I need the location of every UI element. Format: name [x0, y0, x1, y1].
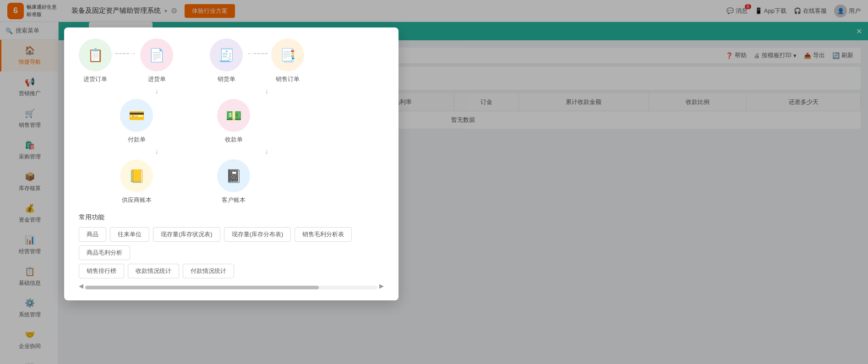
common-functions-section: 常用功能 商品 往来单位 现存量(库存状况表) 现存量(库存分布表) 销售毛利分…	[79, 213, 384, 278]
modal-overlay[interactable]: 📋 进货订单 → 📄 进货单	[0, 0, 868, 364]
flow-node-purchase-slip[interactable]: 📄 进货单	[140, 38, 173, 83]
receipt-slip-circle: 💵	[217, 99, 250, 132]
purchase-slip-label: 进货单	[148, 75, 166, 83]
supplier-ledger-circle: 📒	[120, 159, 153, 192]
supplier-ledger-icon: 📒	[129, 168, 145, 184]
flow-node-supplier-ledger[interactable]: 📒 供应商账本	[120, 159, 153, 204]
payment-slip-label: 付款单	[128, 136, 146, 144]
scrollbar-thumb	[85, 286, 319, 289]
common-btns-row1: 商品 往来单位 现存量(库存状况表) 现存量(库存分布表) 销售毛利分析表 商品…	[79, 227, 384, 260]
common-btn-contacts[interactable]: 往来单位	[110, 227, 149, 242]
common-functions-title: 常用功能	[79, 213, 384, 222]
arrow-po-to-ps: →	[115, 38, 136, 58]
customer-ledger-label: 客户账本	[222, 196, 246, 204]
flow-node-sales-order[interactable]: 📑 销售订单	[271, 38, 304, 83]
sales-slip-label: 销货单	[218, 75, 235, 83]
customer-ledger-circle: 📓	[217, 159, 250, 192]
modal-box: 📋 进货订单 → 📄 进货单	[64, 27, 399, 300]
arrow-down-receipt: ↓	[248, 147, 285, 156]
common-btn-goods[interactable]: 商品	[79, 227, 106, 242]
modal-scrollbar-row: ◀ ▶	[79, 282, 384, 289]
purchase-order-icon: 📋	[87, 48, 104, 63]
purchase-order-circle: 📋	[79, 38, 112, 71]
common-btn-payment-stat[interactable]: 付款情况统计	[183, 264, 234, 278]
purchase-slip-icon: 📄	[149, 48, 165, 63]
purchase-slip-circle: 📄	[140, 38, 173, 71]
arrow-so-to-ss: ←	[246, 38, 267, 58]
common-btn-sales-profit[interactable]: 销售毛利分析表	[295, 227, 352, 242]
flow-node-receipt-slip[interactable]: 💵 收款单	[217, 99, 250, 144]
sales-slip-circle: 🧾	[210, 38, 243, 71]
sales-order-label: 销售订单	[276, 75, 300, 83]
receipt-slip-label: 收款单	[225, 136, 243, 144]
common-btn-goods-profit[interactable]: 商品毛利分析	[79, 245, 130, 260]
supplier-ledger-label: 供应商账本	[122, 196, 152, 204]
scroll-right-arrow[interactable]: ▶	[379, 283, 384, 289]
common-btns-row2: 销售排行榜 收款情况统计 付款情况统计	[79, 264, 384, 278]
common-btn-stock-status[interactable]: 现存量(库存状况表)	[153, 227, 220, 242]
flow-node-customer-ledger[interactable]: 📓 客户账本	[217, 159, 250, 204]
common-btn-receipt-stat[interactable]: 收款情况统计	[128, 264, 179, 278]
arrow-down-ss: ↓	[248, 87, 285, 95]
modal-scrollbar[interactable]	[85, 286, 377, 289]
payment-slip-circle: 💳	[120, 99, 153, 132]
arrow-down-ps: ↓	[138, 87, 175, 95]
customer-ledger-icon: 📓	[226, 168, 242, 184]
purchase-order-label: 进货订单	[83, 75, 107, 83]
app-wrapper: 6 畅康通好生意 标准版 装备及固定资产辅助管理系统 ▾ ⚙ 体验行业方案 💬 …	[0, 0, 868, 364]
arrow-down-payment: ↓	[138, 147, 175, 156]
flow-diagram: 📋 进货订单 → 📄 进货单	[79, 38, 384, 204]
flow-node-purchase-order[interactable]: 📋 进货订单	[79, 38, 112, 83]
sales-order-icon: 📑	[280, 48, 296, 63]
sales-slip-icon: 🧾	[218, 48, 235, 63]
receipt-slip-icon: 💵	[226, 108, 242, 123]
sales-order-circle: 📑	[271, 38, 304, 71]
common-btn-stock-dist[interactable]: 现存量(库存分布表)	[224, 227, 291, 242]
scroll-left-arrow[interactable]: ◀	[79, 283, 83, 289]
flow-node-payment-slip[interactable]: 💳 付款单	[120, 99, 153, 144]
common-btn-sales-rank[interactable]: 销售排行榜	[79, 264, 124, 278]
flow-node-sales-slip[interactable]: 🧾 销货单	[210, 38, 243, 83]
payment-slip-icon: 💳	[129, 108, 145, 123]
